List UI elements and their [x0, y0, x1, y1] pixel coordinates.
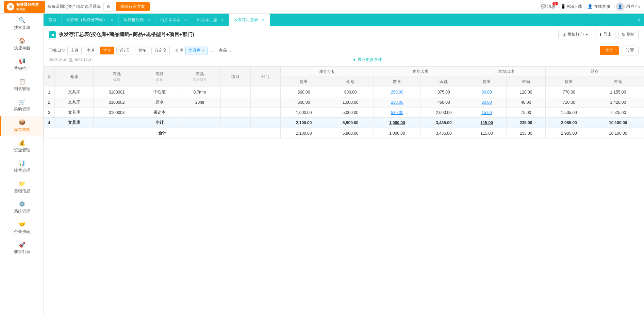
sidebar-label-purchase: 采购管理 [14, 106, 30, 112]
row-code: 0100001 [94, 87, 140, 97]
try-button[interactable]: 体验行业方案 [116, 2, 150, 11]
row-balance-amt: 1,420.00 [592, 97, 644, 108]
warehouse-dots[interactable]: ... [210, 48, 213, 53]
sidebar-label-search: 搜索菜单 [14, 25, 30, 31]
row-in-qty[interactable]: 520.00 [374, 108, 420, 118]
sidebar-item-inventory[interactable]: 📦 库存核算 [0, 116, 43, 136]
row-opening-amt: 5,000.00 [327, 108, 374, 118]
row-out-amt: 75.00 [506, 108, 546, 118]
footer-out-qty: 115.00 [467, 128, 507, 138]
date-btn-custom[interactable]: 自定义 [151, 47, 170, 54]
goods-label: 商品 [219, 48, 227, 53]
date-btn-7days[interactable]: 近7天 [116, 47, 133, 54]
refresh-icon: ↻ [622, 32, 625, 37]
row-in-qty[interactable]: 250.00 [374, 87, 420, 97]
filter-row2: 2023-01-01 至 2023-12-31 ▼ 展开更多条件 [49, 57, 639, 63]
date-btn-cur-month[interactable]: 本月 [84, 47, 98, 54]
refresh-button[interactable]: ↻ 刷新 [618, 30, 639, 39]
message-area[interactable]: 💬 6 消息 [541, 4, 555, 10]
tab-home[interactable]: 首页 [44, 14, 62, 26]
sidebar-item-purchase[interactable]: 🛒 采购管理 [0, 95, 43, 116]
basic-icon: 📁 [19, 180, 26, 187]
close-tab-stock-flow[interactable]: ✕ [184, 18, 187, 22]
close-tab-stock-summary[interactable]: ✕ [221, 18, 224, 22]
row-out-qty[interactable]: 80.00 [467, 87, 507, 97]
user-area[interactable]: 👤 用户 Ea [616, 2, 640, 11]
goods-dots[interactable]: ... [229, 48, 232, 53]
finance-icon: 💰 [19, 139, 26, 146]
expand-icon: ▼ [352, 57, 356, 62]
warehouse-tag-close[interactable]: ✕ [202, 49, 205, 52]
sidebar-item-sales[interactable]: 📋 销售管理 [0, 75, 43, 95]
tab-stock-summary[interactable]: 出入库汇总 ✕ [192, 14, 229, 26]
sidebar-item-guide[interactable]: 🚀 新手引导 [0, 238, 43, 259]
print-button[interactable]: 🖨 模板打印 ▼ [558, 30, 592, 39]
column-settings-icon[interactable]: ⚙ [47, 75, 51, 79]
row-department [250, 108, 280, 118]
date-btn-more[interactable]: 更多 [135, 47, 149, 54]
sidebar-item-marketing[interactable]: 📢 营销推广 [0, 54, 43, 75]
table-row: 2 文具库 0100002 胶水 20ml 500.00 1,000.00 23… [44, 97, 644, 108]
row-num: 1 [44, 87, 55, 97]
export-button[interactable]: ⬆ 导出 [595, 30, 615, 39]
close-all-tabs[interactable]: ✕ [634, 17, 644, 22]
col-spec-header: 商品规格型号 [179, 67, 221, 87]
settings-icon[interactable]: ⚙ [103, 2, 113, 12]
row-code: 0100002 [94, 97, 140, 108]
row-out-qty[interactable]: 20.00 [467, 97, 507, 108]
row-project [220, 87, 250, 97]
row-num: 3 [44, 108, 55, 118]
tab-batch-account[interactable]: 库存批次账 ✕ [119, 14, 155, 26]
tab-stock-distribution[interactable]: 现存量（库存分布表） ✕ [62, 14, 119, 26]
date-btn-cur-year[interactable]: 本年 [100, 47, 114, 54]
sidebar-item-finance[interactable]: 💰 资金管理 [0, 136, 43, 156]
user-suffix: Ea [635, 5, 640, 9]
expand-conditions-button[interactable]: ▼ 展开更多条件 [352, 57, 382, 63]
query-button[interactable]: 查询 [600, 46, 619, 55]
print-icon: 🖨 [562, 32, 566, 37]
app-download[interactable]: 📱 App下载 [561, 4, 582, 10]
row-opening-amt: 1,000.00 [327, 97, 374, 108]
row-in-amt: 375.00 [420, 87, 467, 97]
warehouse-tag[interactable]: 文具库 ✕ [185, 47, 208, 54]
marketing-icon: 📢 [19, 58, 26, 64]
footer-balance-qty: 2,985.00 [546, 128, 592, 138]
close-tab-stock-distribution[interactable]: ✕ [111, 18, 114, 22]
filter-area: 记账日期 上月 本月 本年 近7天 更多 自定义 仓库 文具库 [44, 42, 644, 66]
tab-stock-flow[interactable]: 出入库流水 ✕ [155, 14, 192, 26]
close-tab-batch-account[interactable]: ✕ [147, 18, 150, 22]
query-area: 查询 设置 [600, 46, 639, 55]
row-balance-qty: 770.00 [546, 87, 592, 97]
row-department [250, 97, 280, 108]
sidebar-item-system[interactable]: ⚙️ 系统管理 [0, 197, 43, 218]
sidebar-item-operation[interactable]: 📊 经营管理 [0, 156, 43, 177]
tab-receive-send-summary[interactable]: 收发存汇总表 ✕ [229, 14, 270, 26]
footer-opening-amt: 6,900.00 [327, 128, 374, 138]
footer-out-amt: 235.00 [506, 128, 546, 138]
sidebar-item-search[interactable]: 🔍 搜索菜单 [0, 14, 43, 34]
sidebar-item-cooperation[interactable]: 🤝 企业协同 [0, 218, 43, 238]
row-spec [179, 118, 221, 128]
sidebar-item-quicknav[interactable]: 🏠 快捷导航 [0, 34, 43, 54]
row-in-qty[interactable]: 230.00 [374, 97, 420, 108]
sidebar-label-sales: 销售管理 [14, 86, 30, 92]
logo-text: 畅捷通好生意 [16, 2, 39, 7]
table-settings-button[interactable]: 设置 [622, 46, 639, 55]
date-btn-prev-month[interactable]: 上月 [67, 47, 82, 54]
row-name: 采访本 [140, 108, 179, 118]
table-container: ⚙ 仓库 商品编码 商品名称 商品规格型号 项目 部门 库存期初 本期入库 本 [44, 66, 644, 314]
online-service[interactable]: 👤 在线客服 [588, 4, 610, 10]
row-opening-qty: 2,100.00 [281, 118, 327, 128]
col-in-amt-header: 金额 [420, 77, 467, 87]
row-department [250, 118, 280, 128]
system-icon: ⚙️ [19, 201, 26, 207]
col-balance-group: 结存 [546, 67, 644, 77]
table-row: 3 文具库 0100003 采访本 1,000.00 5,000.00 520.… [44, 108, 644, 118]
col-out-group: 本期出库 [467, 67, 546, 77]
sidebar-item-basic[interactable]: 📁 基础信息 [0, 177, 43, 197]
collapse-arrow[interactable]: ◀ [49, 31, 56, 38]
row-out-qty[interactable]: 15.00 [467, 108, 507, 118]
close-tab-receive-send-summary[interactable]: ✕ [262, 18, 265, 22]
row-balance-amt: 1,155.00 [592, 87, 644, 97]
row-warehouse: 文具库 [55, 97, 94, 108]
